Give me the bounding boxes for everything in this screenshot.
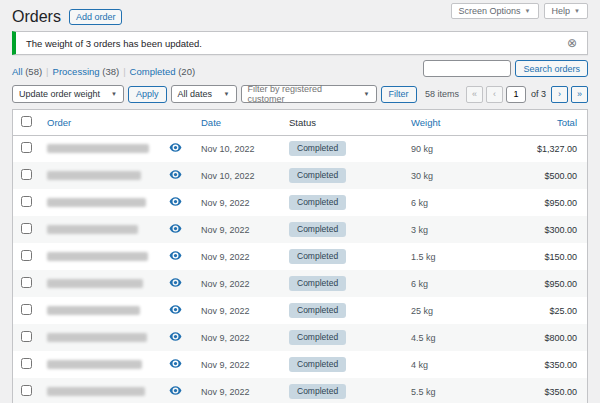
preview-eye-icon[interactable]: [169, 197, 182, 206]
order-date: Nov 10, 2022: [193, 135, 281, 162]
search-orders-button[interactable]: Search orders: [515, 60, 588, 77]
order-weight: 4.5 kg: [403, 324, 499, 351]
previous-page-button: ‹: [486, 86, 503, 103]
customer-filter-value: Filter by registered customer: [248, 84, 358, 104]
bulk-actions-value: Update order weight: [19, 89, 100, 99]
view-processing-link[interactable]: Processing (38): [53, 66, 120, 77]
dismiss-notice-icon[interactable]: ⊗: [567, 37, 577, 49]
orders-table: Order Date Status Weight Total Nov 10, 2…: [12, 109, 588, 403]
order-date: Nov 10, 2022: [193, 162, 281, 189]
status-badge: Completed: [289, 249, 346, 264]
page-title: Orders: [12, 7, 61, 27]
row-checkbox[interactable]: [21, 277, 32, 288]
row-checkbox[interactable]: [21, 169, 32, 180]
column-header-weight[interactable]: Weight: [403, 110, 499, 135]
order-name-redacted-link[interactable]: [47, 252, 148, 261]
customer-filter-select[interactable]: Filter by registered customer ▼: [241, 85, 377, 103]
view-completed-label: Completed: [130, 66, 176, 77]
view-all-label: All: [12, 66, 23, 77]
order-total: $25.00: [499, 297, 587, 324]
view-processing-label: Processing: [53, 66, 100, 77]
column-header-date[interactable]: Date: [193, 110, 281, 135]
order-total: $950.00: [499, 270, 587, 297]
screen-options-button[interactable]: Screen Options ▼: [451, 3, 539, 19]
column-header-total[interactable]: Total: [499, 110, 587, 135]
order-date: Nov 9, 2022: [193, 378, 281, 403]
help-button[interactable]: Help ▼: [544, 3, 588, 19]
notice-message: The weight of 3 orders has been updated.: [26, 38, 202, 49]
screen-options-label: Screen Options: [459, 6, 521, 16]
order-date: Nov 9, 2022: [193, 243, 281, 270]
next-page-button[interactable]: ›: [551, 86, 568, 103]
table-row: Nov 10, 2022 Completed 30 kg $500.00: [13, 162, 587, 189]
preview-eye-icon[interactable]: [169, 332, 182, 341]
order-weight: 4 kg: [403, 351, 499, 378]
order-weight: 1.5 kg: [403, 243, 499, 270]
order-date: Nov 9, 2022: [193, 270, 281, 297]
order-total: $800.00: [499, 324, 587, 351]
preview-eye-icon[interactable]: [169, 305, 182, 314]
order-name-redacted-link[interactable]: [47, 333, 147, 342]
view-completed-link[interactable]: Completed (20): [130, 66, 196, 77]
preview-eye-icon[interactable]: [169, 170, 182, 179]
view-completed-count: (20): [178, 66, 195, 77]
column-header-status: Status: [281, 110, 403, 135]
order-name-redacted-link[interactable]: [47, 225, 138, 234]
row-checkbox[interactable]: [21, 331, 32, 342]
row-checkbox[interactable]: [21, 358, 32, 369]
search-orders-input[interactable]: [423, 60, 511, 77]
order-name-redacted-link[interactable]: [47, 171, 141, 180]
column-header-order[interactable]: Order: [39, 110, 169, 135]
preview-eye-icon[interactable]: [169, 143, 182, 152]
current-page-input[interactable]: [506, 86, 526, 103]
status-badge: Completed: [289, 222, 346, 237]
row-checkbox[interactable]: [21, 250, 32, 261]
order-weight: 30 kg: [403, 162, 499, 189]
preview-eye-icon[interactable]: [169, 278, 182, 287]
bulk-actions-select[interactable]: Update order weight ▼: [12, 85, 124, 103]
view-processing-count: (38): [102, 66, 119, 77]
order-name-redacted-link[interactable]: [47, 387, 145, 396]
row-checkbox[interactable]: [21, 385, 32, 396]
preview-eye-icon[interactable]: [169, 224, 182, 233]
add-order-button[interactable]: Add order: [69, 9, 123, 25]
view-all-link[interactable]: All (58): [12, 66, 42, 77]
preview-eye-icon[interactable]: [169, 359, 182, 368]
select-all-checkbox[interactable]: [21, 116, 32, 127]
table-row: Nov 9, 2022 Completed 1.5 kg $150.00: [13, 243, 587, 270]
status-badge: Completed: [289, 384, 346, 399]
order-name-redacted-link[interactable]: [47, 360, 142, 369]
order-weight: 6 kg: [403, 270, 499, 297]
row-checkbox[interactable]: [21, 223, 32, 234]
table-row: Nov 9, 2022 Completed 4 kg $350.00: [13, 351, 587, 378]
order-name-redacted-link[interactable]: [47, 198, 146, 207]
order-weight: 6 kg: [403, 189, 499, 216]
order-total: $1,327.00: [499, 135, 587, 162]
filter-button[interactable]: Filter: [381, 86, 417, 103]
order-name-redacted-link[interactable]: [47, 306, 140, 315]
first-page-button: «: [466, 86, 483, 103]
order-name-redacted-link[interactable]: [47, 144, 149, 153]
status-badge: Completed: [289, 276, 346, 291]
apply-button[interactable]: Apply: [128, 86, 167, 103]
view-separator: |: [46, 66, 48, 77]
view-all-count: (58): [25, 66, 42, 77]
order-date: Nov 9, 2022: [193, 351, 281, 378]
order-total: $950.00: [499, 189, 587, 216]
row-checkbox[interactable]: [21, 142, 32, 153]
table-row: Nov 10, 2022 Completed 90 kg $1,327.00: [13, 135, 587, 162]
last-page-button[interactable]: »: [571, 86, 588, 103]
order-name-redacted-link[interactable]: [47, 279, 143, 288]
search-box: Search orders: [423, 60, 588, 77]
status-badge: Completed: [289, 303, 346, 318]
pagination: 58 items « ‹ of 3 › »: [425, 86, 588, 103]
date-filter-select[interactable]: All dates ▼: [171, 85, 237, 103]
page-header: Orders Add order: [12, 7, 122, 27]
order-total: $300.00: [499, 216, 587, 243]
row-checkbox[interactable]: [21, 196, 32, 207]
preview-eye-icon[interactable]: [169, 251, 182, 260]
row-checkbox[interactable]: [21, 304, 32, 315]
preview-eye-icon[interactable]: [169, 386, 182, 395]
help-label: Help: [552, 6, 571, 16]
order-weight: 90 kg: [403, 135, 499, 162]
